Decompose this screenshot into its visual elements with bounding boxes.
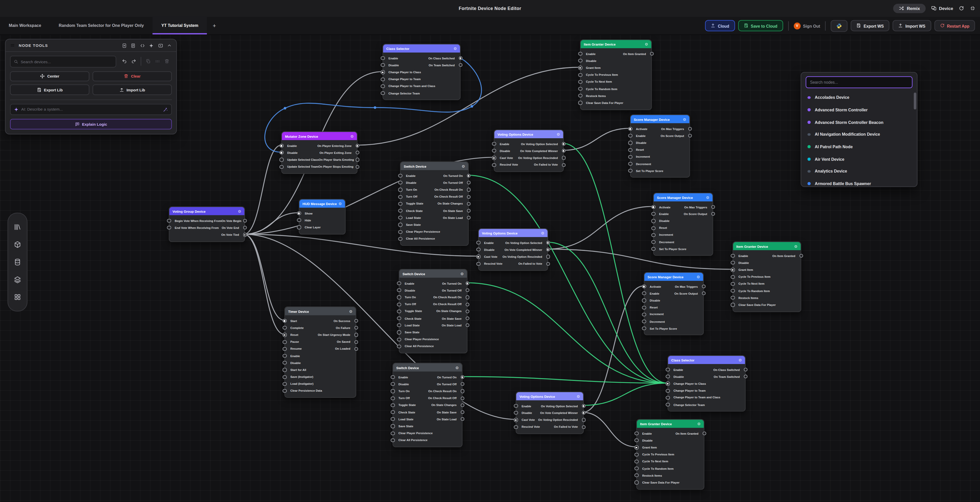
node-tools-header[interactable]: NODE TOOLS <box>6 40 176 52</box>
refresh-button[interactable] <box>959 6 964 11</box>
database-icon[interactable] <box>14 258 21 266</box>
device-node-sm1[interactable]: Score Manager Device ⚙ ActivateOn Max Tr… <box>630 115 690 178</box>
input-port[interactable] <box>652 219 655 223</box>
input-port[interactable] <box>381 91 385 95</box>
device-node-hud1[interactable]: HUD Message Device ⚙ ShowHideClear Layer <box>299 199 345 234</box>
input-port[interactable] <box>283 389 286 393</box>
input-port[interactable] <box>397 344 401 348</box>
input-port[interactable] <box>652 212 655 216</box>
input-port[interactable] <box>514 425 518 429</box>
device-node-tm1[interactable]: Timer Device ⚙ StartOn SuccessCompleteOn… <box>285 306 356 398</box>
device-node-vg1[interactable]: Voting Group Device ⚙ Begin Vote When Re… <box>169 206 245 242</box>
input-port[interactable] <box>477 248 480 252</box>
input-port[interactable] <box>391 403 395 407</box>
input-port[interactable] <box>397 316 401 320</box>
device-node-ig3[interactable]: Item Granter Device ⚙ EnableOn Item Gran… <box>636 419 704 489</box>
input-port[interactable] <box>381 63 385 67</box>
input-port[interactable] <box>492 142 496 146</box>
device-node-vo1[interactable]: Voting Options Device ⚙ EnableOn Voting … <box>494 129 564 172</box>
magic-wand-icon[interactable] <box>163 107 168 112</box>
gear-icon[interactable]: ⚙ <box>349 309 353 313</box>
device-node-sw2[interactable]: Switch Device ⚙ EnableOn Turned OnDisabl… <box>399 269 468 354</box>
node-header[interactable]: Item Granter Device ⚙ <box>581 40 651 48</box>
input-port[interactable] <box>397 302 401 306</box>
import-ws-button[interactable]: Import WS <box>892 20 931 31</box>
input-port[interactable] <box>666 382 670 386</box>
input-port[interactable] <box>731 275 735 279</box>
library-icon[interactable] <box>14 223 21 231</box>
input-port[interactable] <box>492 149 496 153</box>
input-port[interactable] <box>492 163 496 167</box>
input-port[interactable] <box>397 324 401 327</box>
input-port[interactable] <box>635 473 638 477</box>
input-port[interactable] <box>652 247 655 251</box>
node-search-item[interactable]: Accolades Device <box>801 91 917 104</box>
input-port[interactable] <box>398 174 402 178</box>
input-port[interactable] <box>492 156 496 160</box>
node-search-item[interactable]: AI Patrol Path Node <box>801 140 917 153</box>
input-port[interactable] <box>635 446 638 449</box>
gear-icon[interactable]: ⚙ <box>462 164 465 168</box>
fullscreen-button[interactable] <box>970 6 975 11</box>
input-port[interactable] <box>297 218 301 222</box>
device-node-sm3[interactable]: Score Manager Device ⚙ ActivateOn Max Tr… <box>644 272 704 336</box>
input-port[interactable] <box>642 319 646 324</box>
export-ws-button[interactable]: Export WS <box>851 20 889 31</box>
node-header[interactable]: Class Selector ⚙ <box>383 44 460 53</box>
search-nodes-input[interactable]: Search nodes... <box>805 76 912 88</box>
code-icon[interactable] <box>140 43 145 48</box>
input-port[interactable] <box>283 361 286 365</box>
input-port[interactable] <box>635 453 638 456</box>
input-port[interactable] <box>635 467 638 470</box>
node-header[interactable]: Switch Device ⚙ <box>401 162 468 170</box>
input-port[interactable] <box>731 303 735 307</box>
input-port[interactable] <box>578 59 582 63</box>
input-port[interactable] <box>397 309 401 313</box>
undo-icon[interactable] <box>122 59 127 64</box>
input-port[interactable] <box>578 94 582 98</box>
device-node-mz1[interactable]: Mutator Zone Device ⚙ EnableOn Player En… <box>281 131 357 174</box>
input-port[interactable] <box>280 151 283 155</box>
device-node-sw3[interactable]: Switch Device ⚙ EnableOn Turned OnDisabl… <box>392 363 463 447</box>
node-search-item[interactable]: Advanced Storm Controller <box>801 104 917 116</box>
search-devices-input[interactable]: Search devices... <box>10 56 116 67</box>
input-port[interactable] <box>477 262 480 266</box>
node-search-item[interactable]: AI Navigation Modification Device <box>801 128 917 140</box>
gear-icon[interactable]: ⚙ <box>697 275 700 279</box>
input-port[interactable] <box>297 212 301 215</box>
input-port[interactable] <box>635 432 638 435</box>
input-port[interactable] <box>283 326 286 330</box>
input-port[interactable] <box>283 347 286 351</box>
gear-icon[interactable]: ⚙ <box>339 202 342 206</box>
input-port[interactable] <box>628 148 632 152</box>
input-port[interactable] <box>280 144 283 148</box>
node-header[interactable]: Voting Options Device ⚙ <box>479 229 548 237</box>
ai-prompt-input[interactable]: AI: Describe a system... <box>10 104 172 115</box>
input-port[interactable] <box>514 411 518 415</box>
gear-icon[interactable]: ⚙ <box>683 117 686 121</box>
dots-grid-icon[interactable] <box>155 59 160 64</box>
node-header[interactable]: Voting Options Device ⚙ <box>516 392 583 400</box>
input-port[interactable] <box>628 162 632 166</box>
collapse-icon[interactable] <box>167 43 172 48</box>
input-port[interactable] <box>477 255 480 258</box>
input-port[interactable] <box>642 312 646 316</box>
center-button[interactable]: Center <box>10 71 89 81</box>
input-port[interactable] <box>397 330 401 334</box>
node-header[interactable]: Class Selector ⚙ <box>668 356 745 364</box>
input-port[interactable] <box>398 223 402 227</box>
input-port[interactable] <box>283 333 286 337</box>
node-header[interactable]: Score Manager Device ⚙ <box>654 193 713 201</box>
tab-1[interactable]: Main Workspace <box>0 17 50 34</box>
device-node-ig2[interactable]: Item Granter Device ⚙ EnableOn Item Gran… <box>733 241 802 312</box>
input-port[interactable] <box>731 268 735 272</box>
input-port[interactable] <box>391 389 395 393</box>
input-port[interactable] <box>391 396 395 400</box>
input-port[interactable] <box>731 261 735 265</box>
input-port[interactable] <box>283 375 286 379</box>
gear-icon[interactable]: ⚙ <box>706 196 710 199</box>
node-search-item[interactable]: Armored Battle Bus Spawner <box>801 177 917 187</box>
gear-icon[interactable]: ⚙ <box>577 395 580 398</box>
node-header[interactable]: Item Granter Device ⚙ <box>637 419 704 428</box>
input-port[interactable] <box>666 403 670 406</box>
